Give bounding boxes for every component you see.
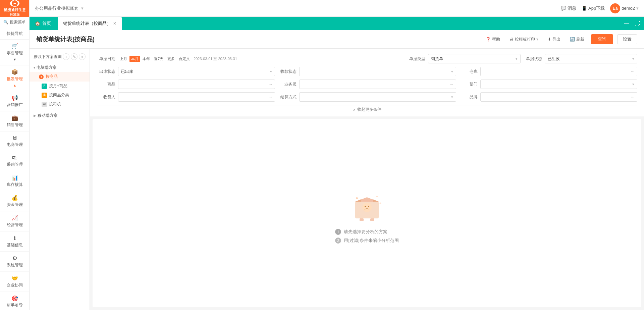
- collapse-btn[interactable]: ∧ 收起更多条件: [353, 107, 381, 112]
- warehouse-control[interactable]: ···: [480, 67, 637, 76]
- sidebar-item-label-purchase: 采购管理: [7, 162, 23, 167]
- ds-custom[interactable]: 自定义: [177, 56, 192, 62]
- filter-row-2: 出库状态 已出库 ▾ 收款状态 ▾: [97, 67, 637, 76]
- messages-btn[interactable]: 💬 消息: [561, 5, 576, 11]
- ds-this-year[interactable]: 本年: [141, 56, 152, 62]
- chevron-up-icon: ▴: [14, 83, 16, 88]
- filter-field-dept: 部门 ▾: [459, 80, 637, 89]
- scheme-item-by-product-label: 按商品: [46, 74, 58, 80]
- tab-maximize-btn[interactable]: ⛶: [633, 19, 641, 28]
- user-avatar-btn[interactable]: Ea demo2 ▾: [610, 3, 639, 13]
- tab-bar: 🏠 首页 销货单统计表（按商品） ✕ — ⛶: [30, 17, 644, 30]
- filter-field-doc-type: 单据类型 销货单 ▾: [407, 54, 521, 63]
- empty-hints: 1 请先选择要分析的方案 2 用[过滤]条件来缩小分析范围: [335, 229, 398, 244]
- finance-icon: 💰: [11, 195, 18, 201]
- scheme-group-mobile-header[interactable]: ▶ 移动端方案: [30, 111, 90, 120]
- ds-more[interactable]: 更多: [166, 56, 176, 62]
- ds-this-month[interactable]: 本月: [129, 56, 140, 62]
- refresh-label: 刷新: [576, 37, 584, 42]
- scheme-item-by-month-product[interactable]: 月 按月+商品: [30, 82, 90, 91]
- sidebar-item-finance[interactable]: 💰 资金管理: [0, 191, 29, 211]
- sidebar-item-system[interactable]: ⚙ 系统管理: [0, 252, 29, 272]
- receiver-control[interactable]: ···: [118, 92, 275, 102]
- system-icon: ⚙: [12, 255, 17, 261]
- receiver-label: 收货人: [97, 94, 115, 100]
- filter-field-receiver: 收货人 ···: [97, 92, 275, 102]
- scheme-item-by-month-product-label: 按月+商品: [49, 83, 67, 89]
- brand-dots-icon[interactable]: ···: [631, 95, 634, 99]
- ops-icon: 📈: [11, 215, 18, 221]
- scheme-item-by-driver-label: 按司机: [49, 101, 61, 107]
- add-scheme-btn[interactable]: ＋: [63, 53, 69, 60]
- settle-control[interactable]: ▾: [299, 92, 456, 102]
- sidebar-item-sales[interactable]: 💼 销售管理: [0, 111, 29, 132]
- export-btn[interactable]: ⬇ 导出: [545, 35, 563, 44]
- doc-status-chevron-icon: ▾: [632, 57, 634, 61]
- workspace-dropdown-icon[interactable]: ▾: [81, 6, 84, 11]
- svg-point-3: [365, 206, 366, 207]
- doc-type-value: 销货单: [431, 56, 516, 62]
- ecom-icon: 🖥: [12, 135, 17, 141]
- scheme-item-by-category[interactable]: 类 按商品分类: [30, 91, 90, 100]
- search-menu-label: 搜索菜单: [10, 20, 26, 24]
- settings-button[interactable]: 设置: [617, 34, 637, 44]
- help-btn[interactable]: ❓ 帮助: [483, 35, 503, 44]
- scheme-group-pc: ▾ 电脑端方案 ● 按商品 月 按月+商品 类 按商品分类: [30, 62, 90, 110]
- doc-type-control[interactable]: 销货单 ▾: [428, 54, 521, 63]
- app-download-label: App下载: [588, 5, 605, 11]
- edit-scheme-btn[interactable]: ✎: [71, 53, 77, 60]
- receiver-dots-icon[interactable]: ···: [269, 95, 272, 99]
- refresh-btn[interactable]: 🔄 刷新: [567, 35, 587, 44]
- sidebar-item-marketing[interactable]: 📢 营销推广: [0, 91, 29, 111]
- scheme-item-by-driver[interactable]: 司 按司机: [30, 100, 90, 109]
- sidebar-item-newbie[interactable]: 🎯 新手引导: [0, 292, 29, 310]
- collapse-panel-btn[interactable]: «: [79, 53, 86, 60]
- filter-section: 单据日期 上月 本月 本年 近7天 更多 自定义 20: [90, 49, 644, 116]
- quick-nav-label: 快捷导航: [7, 31, 23, 36]
- doc-type-label: 单据类型: [407, 56, 425, 62]
- sidebar-item-label-ecom: 电商管理: [7, 142, 23, 148]
- sidebar-item-enterprise[interactable]: 🤝 企业协同: [0, 272, 29, 292]
- payment-status-control[interactable]: ▾: [299, 67, 456, 76]
- filter-field-product: 商品 ···: [97, 80, 275, 89]
- tab-close-btn[interactable]: ✕: [113, 21, 116, 26]
- scheme-item-by-product[interactable]: ● 按商品: [30, 72, 90, 82]
- tab-sales-stat[interactable]: 销货单统计表（按商品） ✕: [58, 17, 122, 30]
- brand-control[interactable]: ···: [480, 92, 637, 102]
- salesperson-control[interactable]: ···: [299, 80, 456, 89]
- date-shortcuts: 上月 本月 本年 近7天 更多 自定义: [118, 56, 192, 62]
- out-status-control[interactable]: 已出库 ▾: [118, 67, 275, 76]
- salesperson-dots-icon[interactable]: ···: [450, 82, 453, 87]
- product-dots-icon[interactable]: ···: [269, 82, 272, 87]
- app-download-btn[interactable]: 📱 App下载: [582, 5, 605, 11]
- sidebar-item-retail[interactable]: 🛒 零售管理 ▾: [0, 40, 29, 65]
- out-status-chevron-icon: ▾: [270, 69, 272, 74]
- ds-7days[interactable]: 近7天: [152, 56, 165, 62]
- tab-home[interactable]: 🏠 首页: [30, 17, 56, 30]
- scheme-group-pc-header[interactable]: ▾ 电脑端方案: [30, 63, 90, 72]
- doc-status-control[interactable]: 已生效 ▾: [545, 54, 637, 63]
- marketing-icon: 📢: [11, 95, 18, 101]
- sidebar-item-basic[interactable]: ℹ 基础信息: [0, 231, 29, 252]
- scheme-group-pc-label: 电脑端方案: [37, 65, 57, 70]
- svg-point-2: [362, 203, 372, 212]
- filter-panel-header: 按以下方案查询 ＋ ✎ «: [30, 51, 90, 62]
- scheme-item-by-category-label: 按商品分类: [49, 92, 69, 98]
- filter-field-out-status: 出库状态 已出库 ▾: [97, 67, 275, 76]
- warehouse-dots-icon[interactable]: ···: [631, 69, 634, 74]
- dept-control[interactable]: ▾: [480, 80, 637, 89]
- query-button[interactable]: 查询: [591, 34, 613, 44]
- sidebar-item-wholesale[interactable]: 📦 批发管理 ▴: [0, 65, 29, 91]
- search-menu[interactable]: 🔍 搜索菜单: [0, 17, 29, 28]
- filter-field-salesperson: 业务员 ···: [278, 80, 456, 89]
- scheme-group-mobile: ▶ 移动端方案: [30, 110, 90, 121]
- product-control[interactable]: ···: [118, 80, 275, 89]
- tab-minimize-btn[interactable]: —: [623, 19, 631, 28]
- ds-last-month[interactable]: 上月: [118, 56, 129, 62]
- quick-nav[interactable]: 快捷导航: [0, 28, 29, 40]
- template-print-btn[interactable]: 🖨 按模板打印 ▾: [507, 35, 541, 44]
- sidebar-item-inventory[interactable]: 📊 库存核算: [0, 171, 29, 191]
- sidebar-item-ops[interactable]: 📈 经营管理: [0, 211, 29, 231]
- sidebar-item-purchase[interactable]: 🛍 采购管理: [0, 151, 29, 171]
- sidebar-item-ecom[interactable]: 🖥 电商管理: [0, 132, 29, 151]
